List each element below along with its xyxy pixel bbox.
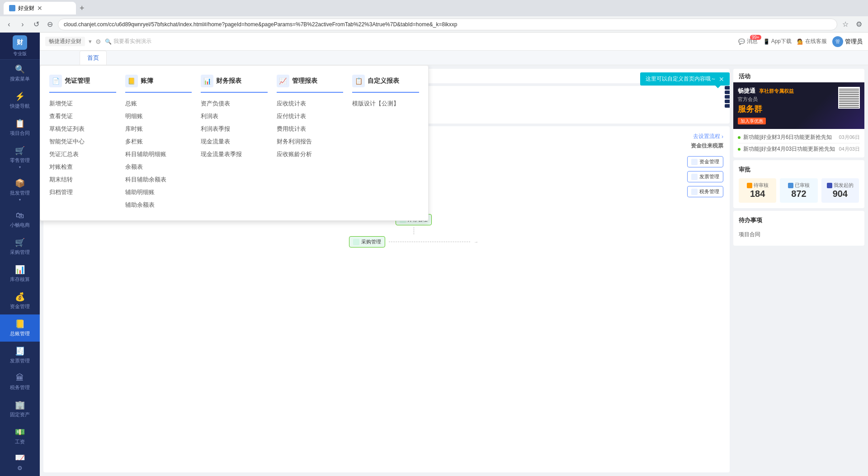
menu-item-subject-balance[interactable]: 科目辅助余额表	[125, 173, 192, 186]
dropdown-col-voucher: 📄 凭证管理 新增凭证 查看凭证 草稿凭证列表 智能凭证中心 凭证汇总表 对账检…	[49, 75, 116, 211]
forward-button[interactable]: ›	[17, 19, 28, 30]
approval-stat-mine[interactable]: 我发起的 904	[821, 178, 859, 203]
menu-item-add-voucher[interactable]: 新增凭证	[49, 97, 116, 110]
browser-tab[interactable]: 好业财 ✕	[4, 2, 76, 14]
right-panel: 活动 畅捷通 享社群专属权益 官方会员	[733, 69, 864, 472]
menu-item-balance[interactable]: 余额表	[125, 161, 192, 173]
approval-stat-done[interactable]: 已审核 872	[780, 178, 817, 203]
go-set-flow-link[interactable]: 去设置流程 ›	[693, 133, 723, 140]
sidebar-item-ops[interactable]: 📈 经营管理	[0, 450, 40, 460]
menu-item-archive[interactable]: 归档管理	[49, 186, 116, 199]
mgmt-report-col-icon: 📈	[277, 75, 289, 87]
sidebar-item-finance[interactable]: 💰 资金管理	[0, 287, 40, 314]
flow-box-fund[interactable]: 资金管理	[687, 156, 723, 167]
sidebar-item-purchase[interactable]: 🛒 采购管理	[0, 233, 40, 260]
menu-item-view-voucher[interactable]: 查看凭证	[49, 110, 116, 123]
extension-button[interactable]: ⚙	[854, 19, 864, 30]
user-menu[interactable]: 管 管理员	[832, 36, 863, 47]
menu-item-recv-stat[interactable]: 应收统计表	[277, 97, 344, 110]
menu-item-multi-col[interactable]: 多栏账	[125, 135, 192, 148]
sidebar-item-label: 采购管理	[10, 249, 30, 256]
app-download-button[interactable]: 📱 App下载	[763, 38, 792, 45]
todo-item-project[interactable]: 项目合同	[739, 229, 859, 240]
menu-item-general-ledger[interactable]: 总账	[125, 97, 192, 110]
sidebar-item-assets[interactable]: 🏢 固定资产	[0, 395, 40, 423]
brand-line2-text: 官方会员	[738, 96, 758, 102]
menu-item-voucher-summary[interactable]: 凭证汇总表	[49, 148, 116, 161]
back-button[interactable]: ‹	[4, 19, 14, 30]
menu-item-income-q[interactable]: 利润表季报	[201, 123, 268, 135]
menu-item-expense-stat[interactable]: 费用统计表	[277, 123, 344, 135]
sidebar-item-tax[interactable]: 🏛 税务管理	[0, 369, 40, 395]
address-bar[interactable]	[58, 19, 837, 30]
menu-item-balance-sheet[interactable]: 资产负债表	[201, 97, 268, 110]
sidebar-item-wholesale[interactable]: 📦 批发管理 ▾	[0, 174, 40, 206]
menu-item-cashflow-q[interactable]: 现金流量表季报	[201, 148, 268, 161]
demo-search[interactable]: 🔍 我要看实例演示	[105, 38, 151, 45]
help-center-edge-btn[interactable]: 帮助中心	[725, 90, 730, 94]
sidebar-item-search[interactable]: 🔍 搜索菜单	[0, 60, 40, 87]
sidebar-item-quicknav[interactable]: ⚡ 快捷导航	[0, 87, 40, 114]
new-tab-button[interactable]: +	[80, 4, 85, 13]
inventory-icon: 📊	[15, 265, 25, 275]
top-header: 畅捷通好业财 ▾ ⚙ 🔍 我要看实例演示 💬 消息 99+ 📱 App下载	[40, 33, 868, 51]
menu-item-period-close[interactable]: 期末结转	[49, 173, 116, 186]
message-button[interactable]: 💬 消息 99+	[738, 38, 758, 45]
stat-label-pending: 待审核	[742, 182, 773, 189]
done-icon	[788, 183, 793, 188]
home-settings-edge-btn[interactable]: 首页设置	[725, 86, 730, 90]
sidebar-item-invoice[interactable]: 🧾 发票管理	[0, 342, 40, 369]
menu-item-draft-voucher[interactable]: 草稿凭证列表	[49, 123, 116, 135]
pending-num: 184	[742, 189, 773, 199]
menu-item-recv-aging[interactable]: 应收账龄分析	[277, 148, 344, 161]
sidebar-item-retail[interactable]: 🛒 零售管理 ▾	[0, 141, 40, 174]
sidebar-item-salary[interactable]: 💵 工资	[0, 423, 40, 450]
flow-box-invoice[interactable]: 发票管理	[687, 171, 723, 182]
menu-item-aux-detail[interactable]: 辅助明细账	[125, 186, 192, 199]
menu-item-subject-detail[interactable]: 科目辅助明细账	[125, 148, 192, 161]
tax-icon: 🏛	[16, 373, 24, 383]
tab-close-button[interactable]: ✕	[37, 5, 42, 12]
flow-box-purchase[interactable]: 采购管理	[349, 236, 385, 248]
desktop-shortcut-edge-btn[interactable]: 桌面快捷	[725, 104, 730, 108]
tab-home[interactable]: 首页	[80, 51, 107, 65]
finance-report-col-icon: 📊	[201, 75, 213, 87]
home-nav-button[interactable]: ⊖	[44, 19, 55, 30]
company-dropdown-icon[interactable]: ▾	[89, 38, 92, 45]
news-item-1[interactable]: 新功能|好业财3月6日功能更新抢先知 03月06日	[738, 132, 860, 143]
menu-item-template-design[interactable]: 模版设计【公测】	[352, 97, 419, 110]
menu-item-finance-profit[interactable]: 财务利润报告	[277, 135, 344, 148]
edition-label: 专业版	[13, 51, 27, 57]
flow-box-tax[interactable]: 税务管理	[687, 186, 723, 197]
bookmark-button[interactable]: ☆	[840, 19, 851, 30]
sidebar-item-ledger[interactable]: 📒 总账管理	[0, 314, 40, 342]
settings-button[interactable]: ⚙	[0, 460, 40, 476]
col-title-custom-report: 自定义报表	[368, 77, 399, 85]
menu-item-aux-balance[interactable]: 辅助余额表	[125, 199, 192, 211]
community-edge-btn[interactable]: 服务社区	[725, 100, 730, 103]
ops-icon: 📈	[15, 454, 25, 460]
header-logo-area: 畅捷通好业财 ▾ ⚙	[45, 37, 101, 46]
news-dot-1	[738, 136, 741, 139]
menu-item-detail-ledger[interactable]: 明细账	[125, 110, 192, 123]
sidebar-item-ecommerce[interactable]: 🛍 小畅电商	[0, 206, 40, 233]
dropdown-col-finance-report: 📊 财务报表 资产负债表 利润表 利润表季报 现金流量表 现金流量表季报	[201, 75, 268, 211]
news-item-2[interactable]: 新功能|好业财4月03日功能更新抢先知 04月03日	[738, 143, 860, 155]
stat-label-mine: 我发起的	[825, 182, 855, 189]
sidebar-item-project[interactable]: 📋 项目合同	[0, 114, 40, 141]
menu-item-time-ledger[interactable]: 库时账	[125, 123, 192, 135]
approval-stat-pending[interactable]: 待审核 184	[739, 178, 776, 203]
tooltip-close-button[interactable]: ✕	[719, 76, 724, 83]
news-date-1: 03月06日	[839, 134, 860, 141]
online-service-button[interactable]: 💁 在线客服	[797, 38, 827, 45]
refresh-button[interactable]: ↺	[31, 19, 42, 30]
done-num: 872	[783, 189, 814, 199]
menu-item-reconcile[interactable]: 对账检查	[49, 161, 116, 173]
menu-item-cashflow[interactable]: 现金流量表	[201, 135, 268, 148]
menu-item-pay-stat[interactable]: 应付统计表	[277, 110, 344, 123]
menu-item-income-stmt[interactable]: 利润表	[201, 110, 268, 123]
menu-item-smart-voucher[interactable]: 智能凭证中心	[49, 135, 116, 148]
hotline-edge-btn[interactable]: 客服热线	[725, 95, 730, 99]
header-settings-icon[interactable]: ⚙	[95, 38, 101, 45]
sidebar-item-inventory[interactable]: 📊 库存核算	[0, 260, 40, 287]
